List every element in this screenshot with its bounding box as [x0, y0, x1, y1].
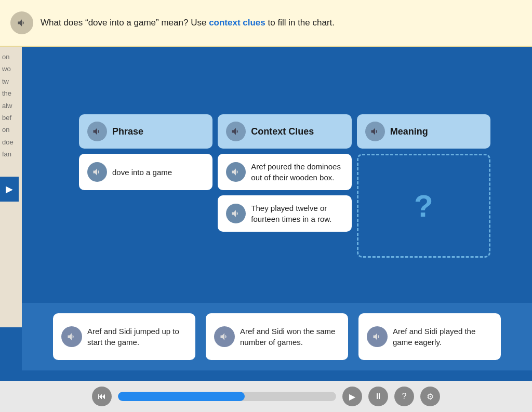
context-clue-1-text: Aref poured the dominoes out of their wo… — [251, 161, 343, 183]
answer-card-1[interactable]: Aref and Sidi jumped up to start the gam… — [53, 313, 195, 360]
speaker-icon — [92, 126, 102, 137]
speaker-icon — [370, 126, 380, 137]
sidebar-word: bef — [2, 112, 20, 124]
speaker-icon — [219, 331, 230, 342]
forward-icon: ▶ — [349, 392, 355, 402]
answer-options-bar: Aref and Sidi jumped up to start the gam… — [22, 303, 532, 370]
context-clue-2-speaker[interactable] — [226, 204, 246, 223]
answer-card-3[interactable]: Aref and Sidi played the game eagerly. — [358, 313, 501, 360]
back-to-start-icon: ⏮ — [98, 392, 106, 401]
meaning-column: ? — [357, 154, 490, 258]
answer-3-speaker[interactable] — [367, 326, 388, 347]
sidebar-word: wo — [2, 63, 20, 75]
sidebar-word: fan — [2, 148, 20, 160]
sidebar-word: the — [2, 87, 20, 99]
meaning-header-label: Meaning — [390, 126, 428, 137]
phrase-header: Phrase — [79, 114, 212, 149]
meaning-header-speaker[interactable] — [365, 122, 385, 141]
instruction-speaker-button[interactable] — [10, 11, 33, 34]
context-clues-header: Context Clues — [218, 114, 351, 149]
sidebar-word: on — [2, 51, 20, 63]
speaker-icon — [92, 167, 102, 177]
context-clues-header-label: Context Clues — [251, 126, 314, 137]
forward-button[interactable]: ▶ — [342, 387, 362, 406]
phrase-cell-speaker[interactable] — [87, 162, 107, 182]
instruction-text: What does “dove into a game” mean? Use c… — [41, 16, 335, 30]
instruction-bar: What does “dove into a game” mean? Use c… — [0, 0, 532, 47]
context-clues-header-speaker[interactable] — [226, 122, 246, 141]
left-arrow-button[interactable] — [0, 177, 19, 202]
sidebar-word: tw — [2, 75, 20, 87]
progress-bar-container — [118, 392, 336, 401]
sidebar-word: doe — [2, 136, 20, 148]
context-clue-1-speaker[interactable] — [226, 162, 246, 182]
speaker-icon — [231, 167, 241, 177]
answer-1-text: Aref and Sidi jumped up to start the gam… — [87, 326, 187, 348]
phrase-column: dove into a game — [79, 154, 212, 258]
answer-card-2[interactable]: Aref and Sidi won the same number of gam… — [206, 313, 348, 360]
chart-container: Phrase Context Clues Meaning — [79, 114, 490, 258]
settings-button[interactable]: ⚙ — [420, 387, 440, 406]
phrase-text: dove into a game — [112, 167, 172, 178]
context-clues-column: Aref poured the dominoes out of their wo… — [218, 154, 351, 258]
help-button[interactable]: ? — [394, 387, 414, 406]
phrase-header-label: Phrase — [112, 126, 143, 137]
progress-bar-fill — [118, 392, 245, 401]
pause-button[interactable]: ⏸ — [368, 387, 388, 406]
speaker-icon — [231, 208, 241, 219]
toolbar: ⏮ ▶ ⏸ ? ⚙ — [0, 381, 532, 412]
answer-1-speaker[interactable] — [61, 326, 82, 347]
pause-icon: ⏸ — [374, 392, 382, 401]
sidebar-word: alw — [2, 100, 20, 112]
meaning-header: Meaning — [357, 114, 490, 149]
back-to-start-button[interactable]: ⏮ — [92, 387, 112, 406]
context-clue-2-text: They played twelve or fourteen times in … — [251, 203, 343, 224]
answer-2-speaker[interactable] — [214, 326, 235, 347]
speaker-icon — [231, 126, 241, 137]
phrase-cell: dove into a game — [79, 154, 212, 190]
settings-icon: ⚙ — [427, 392, 434, 402]
headers-row: Phrase Context Clues Meaning — [79, 114, 490, 149]
answer-3-text: Aref and Sidi played the game eagerly. — [393, 326, 493, 348]
context-clue-cell-2: They played twelve or fourteen times in … — [218, 195, 351, 232]
meaning-question-mark: ? — [414, 188, 433, 224]
context-clue-cell-1: Aref poured the dominoes out of their wo… — [218, 154, 351, 190]
speaker-icon — [372, 331, 382, 342]
sidebar-word: on — [2, 124, 20, 136]
context-clues-link[interactable]: context clues — [209, 18, 265, 28]
speaker-icon — [66, 331, 77, 342]
phrase-header-speaker[interactable] — [87, 122, 107, 141]
meaning-drop-zone[interactable]: ? — [357, 154, 490, 258]
data-rows: dove into a game Aref poured the dominoe… — [79, 154, 490, 258]
answer-2-text: Aref and Sidi won the same number of gam… — [240, 326, 340, 348]
help-icon: ? — [402, 392, 407, 401]
speaker-icon — [17, 18, 27, 28]
